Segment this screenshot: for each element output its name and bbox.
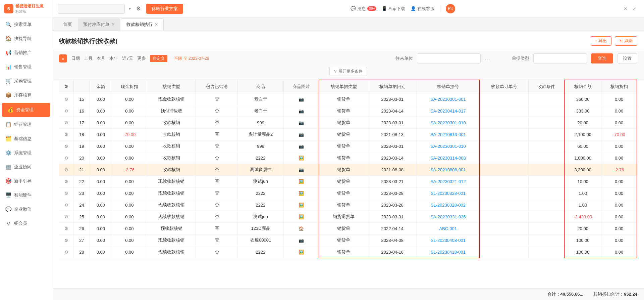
table-cell[interactable]: SA-20230301-010 bbox=[417, 140, 480, 152]
7days-link[interactable]: 近7天 bbox=[122, 55, 133, 61]
dropdown-chevron-icon[interactable]: ▾ bbox=[129, 6, 131, 11]
expand-more-button[interactable]: ∨ 展开更多条件 bbox=[329, 67, 367, 76]
table-cell[interactable]: SA-20230301-010 bbox=[417, 117, 480, 129]
sidebar-item-inventory[interactable]: 📦库存核算 bbox=[0, 88, 52, 102]
tab-prepay[interactable]: 预付冲应付单✕ bbox=[78, 18, 120, 31]
table-cell[interactable]: ⚙ bbox=[59, 152, 74, 164]
bill-no-link[interactable]: SA-20230301-010 bbox=[430, 144, 466, 149]
sidebar-item-shortcut[interactable]: 🏠快捷导航 bbox=[0, 32, 52, 46]
gear-icon[interactable]: ⚙ bbox=[64, 250, 68, 255]
gear-icon[interactable]: ⚙ bbox=[64, 156, 68, 161]
custom-date-button[interactable]: 自定义 bbox=[150, 55, 167, 62]
query-button[interactable]: 查询 bbox=[591, 53, 613, 63]
refresh-button[interactable]: ↻ 刷新 bbox=[615, 36, 637, 46]
gear-icon[interactable]: ⚙ bbox=[64, 120, 68, 125]
table-cell[interactable]: ⚙ bbox=[59, 117, 74, 129]
tab-close-icon[interactable]: ✕ bbox=[155, 22, 158, 27]
last-month-link[interactable]: 上月 bbox=[84, 55, 93, 61]
bill-no-link[interactable]: SL-20230328-001 bbox=[431, 191, 466, 196]
tab-home[interactable]: 首页 bbox=[58, 18, 77, 31]
sidebar-item-sales[interactable]: 📊销售管理 bbox=[0, 60, 52, 74]
table-cell[interactable]: SA-20230321-012 bbox=[417, 176, 480, 187]
gear-icon[interactable]: ⚙ bbox=[64, 144, 68, 149]
sidebar-item-wechat[interactable]: 💬企业微信 bbox=[0, 202, 52, 216]
sidebar-item-hardware[interactable]: 🖥️智能硬件 bbox=[0, 188, 52, 202]
party-dots[interactable]: ... bbox=[485, 56, 490, 61]
gear-icon[interactable]: ⚙ bbox=[64, 179, 68, 184]
table-cell[interactable]: ⚙ bbox=[59, 140, 74, 152]
settings-icon[interactable]: ⚙ bbox=[135, 4, 142, 13]
filter-setting-button[interactable]: 设置 bbox=[617, 53, 637, 63]
table-cell[interactable]: SA-20210813-001 bbox=[417, 129, 480, 140]
table-cell[interactable]: ⚙ bbox=[59, 164, 74, 176]
table-cell[interactable]: SA-20230301-001 bbox=[417, 93, 480, 105]
table-cell[interactable]: ⚙ bbox=[59, 234, 74, 246]
bill-no-link[interactable]: SA-20230301-010 bbox=[430, 120, 466, 125]
table-cell[interactable]: SL-20230408-001 bbox=[417, 234, 480, 246]
gear-icon[interactable]: ⚙ bbox=[64, 97, 68, 102]
table-cell[interactable]: SL-20230328-002 bbox=[417, 199, 480, 211]
gear-icon[interactable]: ⚙ bbox=[64, 132, 68, 137]
table-cell[interactable]: ⚙ bbox=[59, 187, 74, 199]
sidebar-item-finance[interactable]: 💰资金管理 bbox=[2, 103, 50, 117]
gear-icon[interactable]: ⚙ bbox=[64, 203, 68, 208]
bill-no-link[interactable]: SL-20230328-002 bbox=[431, 203, 466, 208]
table-cell[interactable]: SA-20210808-001 bbox=[417, 164, 480, 176]
maximize-button[interactable]: ⤢ bbox=[631, 6, 637, 12]
table-cell[interactable]: SA-20230314-008 bbox=[417, 152, 480, 164]
gear-icon[interactable]: ⚙ bbox=[64, 214, 68, 219]
this-year-link[interactable]: 本年 bbox=[109, 55, 118, 61]
table-cell[interactable]: ⚙ bbox=[59, 93, 74, 105]
export-button[interactable]: ↑ 导出 bbox=[591, 36, 612, 46]
search-input[interactable] bbox=[58, 4, 125, 14]
close-button[interactable]: ✕ bbox=[623, 6, 629, 12]
order-type-select[interactable] bbox=[533, 53, 587, 63]
table-cell[interactable]: SA-20230331-026 bbox=[417, 211, 480, 223]
user-avatar[interactable]: Rit bbox=[446, 4, 455, 13]
tab-close-icon[interactable]: ✕ bbox=[111, 22, 115, 27]
gear-icon[interactable]: ⚙ bbox=[64, 167, 68, 172]
table-cell[interactable]: ⚙ bbox=[59, 105, 74, 117]
app-download-button[interactable]: 📱 App下载 bbox=[382, 6, 405, 12]
filter-expand-button[interactable]: » bbox=[59, 54, 67, 62]
sidebar-item-system[interactable]: ⚙️系统管理 bbox=[0, 146, 52, 160]
bill-no-link[interactable]: SA-20230314-008 bbox=[430, 156, 466, 161]
sidebar-item-basic[interactable]: 🗂️基础信息 bbox=[0, 132, 52, 146]
table-cell[interactable]: ⚙ bbox=[59, 129, 74, 140]
this-month-link[interactable]: 本月 bbox=[97, 55, 105, 61]
table-cell[interactable]: ABC-001 bbox=[417, 223, 480, 234]
industry-solution-button[interactable]: 休验行业方案 bbox=[146, 4, 183, 14]
bill-no-link[interactable]: SA-20230414-017 bbox=[430, 109, 466, 114]
table-cell[interactable]: SL-20230418-001 bbox=[417, 246, 480, 258]
table-cell[interactable]: SL-20230328-001 bbox=[417, 187, 480, 199]
sidebar-item-search[interactable]: 🔍搜索菜单 bbox=[0, 17, 52, 32]
sidebar-item-marketing[interactable]: 📢营销推广 bbox=[0, 46, 52, 60]
sidebar-item-operation[interactable]: 📋经营管理 bbox=[0, 118, 52, 132]
gear-icon[interactable]: ⚙ bbox=[64, 191, 68, 196]
gear-icon[interactable]: ⚙ bbox=[64, 109, 68, 114]
table-cell[interactable]: ⚙ bbox=[59, 246, 74, 258]
table-cell[interactable]: ⚙ bbox=[59, 199, 74, 211]
sidebar-item-enterprise[interactable]: 🏢企业协同 bbox=[0, 160, 52, 174]
sidebar-item-guide[interactable]: 🎯新手引导 bbox=[0, 174, 52, 188]
bill-no-link[interactable]: SA-20210808-001 bbox=[430, 167, 466, 172]
gear-icon[interactable]: ⚙ bbox=[64, 238, 68, 243]
bill-no-link[interactable]: SA-20210813-001 bbox=[430, 132, 466, 137]
party-input[interactable] bbox=[417, 53, 481, 63]
tab-receipt[interactable]: 收款核销执行✕ bbox=[121, 18, 164, 31]
sidebar-item-member[interactable]: V畅会员 bbox=[0, 216, 52, 230]
more-date-link[interactable]: 更多 bbox=[137, 55, 146, 61]
table-cell[interactable]: ⚙ bbox=[59, 211, 74, 223]
bill-no-link[interactable]: SA-20230321-012 bbox=[430, 179, 466, 184]
bill-no-link[interactable]: ABC-001 bbox=[439, 226, 457, 231]
bill-no-link[interactable]: SA-20230301-001 bbox=[430, 97, 466, 102]
message-button[interactable]: 💬 消息 99+ bbox=[351, 6, 376, 12]
online-service-button[interactable]: 👤 在线客服 bbox=[411, 6, 435, 12]
sidebar-item-purchase[interactable]: 🛒采购管理 bbox=[0, 74, 52, 88]
bill-no-link[interactable]: SL-20230418-001 bbox=[431, 250, 466, 255]
bill-no-link[interactable]: SL-20230408-001 bbox=[431, 238, 466, 243]
bill-no-link[interactable]: SA-20230331-026 bbox=[430, 214, 466, 219]
table-cell[interactable]: ⚙ bbox=[59, 223, 74, 234]
table-cell[interactable]: SA-20230414-017 bbox=[417, 105, 480, 117]
gear-icon[interactable]: ⚙ bbox=[64, 226, 68, 231]
